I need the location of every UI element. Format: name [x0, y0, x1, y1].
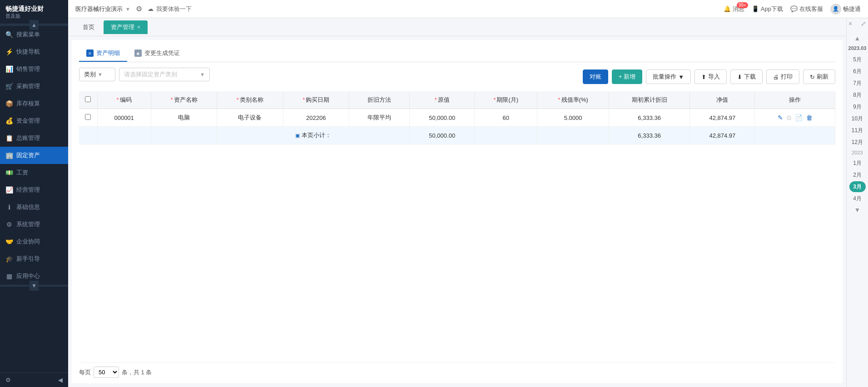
td-subtotal-label: ▣ 本页小计： — [217, 127, 410, 144]
sidebar-item-general-ledger[interactable]: 📋 总账管理 — [0, 129, 68, 147]
sidebar-item-search[interactable]: 🔍 搜索菜单 — [0, 26, 68, 43]
sidebar-item-label: 总账管理 — [16, 134, 40, 142]
batch-ops-button[interactable]: 批量操作 ▼ — [646, 69, 691, 84]
sidebar-item-label: 基础信息 — [16, 203, 40, 211]
th-residual-rate: *残值率(%) — [537, 91, 609, 109]
td-action: ✎ ⧉ 📄 🗑 — [755, 109, 835, 127]
month-5[interactable]: 5月 — [849, 54, 866, 65]
sidebar-item-purchase[interactable]: 🛒 采购管理 — [0, 78, 68, 95]
sidebar-item-quick-nav[interactable]: ⚡ 快捷导航 — [0, 43, 68, 60]
print-icon: 🖨 — [773, 74, 779, 80]
bell-icon: 🔔 — [724, 5, 731, 12]
sidebar-item-label: 固定资产 — [16, 151, 40, 159]
th-original-value: *原值 — [410, 91, 475, 109]
category-input[interactable]: 请选择固定资产类别 ▼ — [119, 68, 210, 81]
sidebar-item-label: 新手引导 — [16, 255, 40, 263]
month-1[interactable]: 1月 — [849, 158, 866, 169]
company-selector[interactable]: 医疗器械行业演示 ▼ — [75, 5, 130, 13]
notifications-button[interactable]: 🔔 消息 99+ — [724, 5, 744, 13]
month-4[interactable]: 4月 — [849, 193, 866, 204]
change-voucher-icon: ◈ — [134, 50, 142, 57]
per-page-label: 每页 — [79, 368, 91, 377]
sub-tab-asset-detail[interactable]: ≡ 资产明细 — [79, 45, 127, 62]
print-button[interactable]: 🖨 打印 — [766, 69, 799, 84]
th-checkbox — [79, 91, 97, 109]
month-7[interactable]: 7月 — [849, 78, 866, 89]
batch-ops-label: 批量操作 — [653, 73, 676, 81]
td-subtotal-net-value: 42,874.97 — [690, 127, 755, 144]
month-2[interactable]: 2月 — [849, 169, 866, 180]
tab-home[interactable]: 首页 — [75, 20, 102, 34]
app-download-label: App下载 — [761, 5, 783, 13]
new-button[interactable]: + 新增 — [612, 69, 642, 84]
sidebar-item-label: 企业协同 — [16, 238, 40, 246]
month-8[interactable]: 8月 — [849, 89, 866, 100]
delete-icon[interactable]: 🗑 — [806, 114, 813, 121]
month-9[interactable]: 9月 — [849, 101, 866, 112]
sidebar-item-system[interactable]: ⚙ 系统管理 — [0, 216, 68, 233]
select-all-checkbox[interactable] — [85, 96, 91, 102]
td-subtotal-empty1 — [79, 127, 97, 144]
td-subtotal-accumulated: 6,333.36 — [609, 127, 690, 144]
filter-arrow-icon: ▼ — [200, 72, 205, 77]
topbar-right: 🔔 消息 99+ 📱 App下载 💬 在线客服 👤 畅捷通 — [724, 4, 861, 15]
tab-asset-management[interactable]: 资产管理 × — [104, 20, 148, 34]
sidebar-item-enterprise[interactable]: 🤝 企业协同 — [0, 233, 68, 250]
sidebar-item-basic-info[interactable]: ℹ 基础信息 — [0, 198, 68, 216]
th-category: *类别名称 — [217, 91, 283, 109]
refresh-button[interactable]: ↻ 刷新 — [803, 69, 835, 84]
edit-icon[interactable]: ✎ — [778, 114, 783, 121]
panel-close-icon[interactable]: × — [848, 20, 852, 27]
panel-down-arrow[interactable]: ▼ — [853, 204, 863, 215]
sidebar-item-operations[interactable]: 📈 经营管理 — [0, 181, 68, 198]
td-subtotal-empty3 — [151, 127, 217, 144]
row-checkbox[interactable] — [85, 114, 91, 120]
sidebar-item-funds[interactable]: 💰 资金管理 — [0, 112, 68, 129]
app-edition: 普及版 — [5, 13, 63, 19]
td-subtotal-empty5 — [537, 127, 609, 144]
td-subtotal-empty2 — [97, 127, 151, 144]
sub-tab-change-voucher[interactable]: ◈ 变更生成凭证 — [127, 45, 187, 62]
sidebar-collapse-icon[interactable]: ◀ — [58, 377, 63, 383]
online-service-button[interactable]: 💬 在线客服 — [790, 5, 823, 13]
sidebar: 畅捷通好业财 普及版 ▲ 🔍 搜索菜单 ⚡ 快捷导航 📊 销售管理 🛒 采购管理… — [0, 0, 68, 387]
sidebar-item-fixed-assets[interactable]: 🏢 固定资产 — [0, 147, 68, 164]
month-3[interactable]: 3月 — [849, 181, 866, 192]
th-code: *编码 — [97, 91, 151, 109]
user-menu[interactable]: 👤 畅捷通 — [830, 4, 861, 15]
operations-icon: 📈 — [5, 186, 13, 194]
sub-tab-change-voucher-label: 变更生成凭证 — [144, 49, 180, 57]
experience-button[interactable]: ☁ 我要体验一下 — [148, 5, 192, 13]
th-depreciation-method: 折旧方法 — [349, 91, 409, 109]
copy-icon[interactable]: ⧉ — [787, 114, 791, 122]
voucher-icon[interactable]: 📄 — [795, 114, 803, 121]
reconcile-button[interactable]: 对账 — [583, 69, 608, 84]
sidebar-item-inventory[interactable]: 📦 库存核算 — [0, 95, 68, 112]
app-download-button[interactable]: 📱 App下载 — [752, 5, 783, 13]
sidebar-settings-icon[interactable]: ⚙ — [5, 377, 11, 383]
category-placeholder: 请选择固定资产类别 — [124, 70, 177, 79]
td-depreciation-method: 年限平均 — [349, 109, 409, 127]
month-6[interactable]: 6月 — [849, 66, 866, 77]
panel-top-area: ▲ 2023.03 5月 6月 7月 8月 9月 10月 11月 12月 202… — [847, 22, 868, 215]
app-center-icon: ▦ — [5, 273, 13, 280]
tab-close-icon[interactable]: × — [137, 24, 140, 30]
download-button[interactable]: ⬇ 下载 — [730, 69, 763, 84]
sidebar-item-payroll[interactable]: 💵 工资 — [0, 164, 68, 181]
month-10[interactable]: 10月 — [849, 113, 866, 124]
sidebar-item-sales[interactable]: 📊 销售管理 — [0, 60, 68, 78]
category-filter[interactable]: 类别 ▼ — [79, 68, 115, 81]
topbar-gear-icon[interactable]: ⚙ — [136, 5, 142, 13]
per-page-select[interactable]: 50 10 20 100 — [94, 367, 119, 378]
month-12[interactable]: 12月 — [849, 137, 866, 148]
sidebar-item-beginner[interactable]: 🎓 新手引导 — [0, 250, 68, 268]
td-period: 60 — [475, 109, 537, 127]
month-11[interactable]: 11月 — [849, 125, 866, 136]
panel-expand-icon[interactable]: ⤢ — [861, 20, 866, 27]
online-service-label: 在线客服 — [799, 5, 823, 13]
panel-year: 2023.03 — [848, 45, 867, 51]
td-residual-rate: 5.0000 — [537, 109, 609, 127]
panel-up-arrow[interactable]: ▲ — [853, 33, 863, 44]
import-button[interactable]: ⬆ 导入 — [694, 69, 727, 84]
sidebar-scroll-down[interactable]: ▼ — [30, 281, 39, 291]
